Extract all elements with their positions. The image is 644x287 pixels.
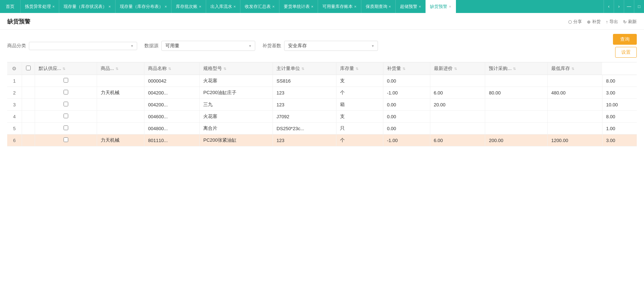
- tab-home[interactable]: 首页: [0, 0, 21, 13]
- tab-close-shortage[interactable]: ×: [449, 4, 451, 9]
- replenish-label: 补货基数: [262, 43, 281, 49]
- replenish-select[interactable]: 安全库存 ▾: [284, 41, 378, 51]
- tab-overstock[interactable]: 超储预警 ×: [396, 0, 426, 13]
- tab-pick-exception[interactable]: 拣货异常处理 ×: [21, 0, 59, 13]
- row-checkbox-cell-4[interactable]: [35, 123, 97, 134]
- row-forecast-4: [547, 123, 602, 134]
- row-checkbox-1[interactable]: [64, 90, 68, 94]
- export-icon: ↑: [606, 19, 608, 25]
- tab-goods-stats[interactable]: 要货单统计表 ×: [279, 0, 318, 13]
- tab-batch-account[interactable]: 库存批次账 ×: [171, 0, 206, 13]
- select-all-checkbox[interactable]: [26, 66, 31, 70]
- tab-shortage[interactable]: 缺货预警 ×: [426, 0, 456, 13]
- th-name[interactable]: 商品名称 ⇅: [144, 62, 200, 75]
- row-checkbox-cell-0[interactable]: [35, 75, 97, 87]
- th-stock[interactable]: 库存量 ⇅: [336, 62, 383, 75]
- replenish-icon: ⊕: [587, 19, 591, 25]
- export-action[interactable]: ↑ 导出: [606, 19, 618, 25]
- row-checkbox-cell-2[interactable]: [35, 99, 97, 111]
- row-checkbox-2[interactable]: [64, 102, 68, 106]
- row-checkbox-cell-1[interactable]: [35, 87, 97, 99]
- row-min-stock-2: 10.00: [602, 99, 637, 111]
- th-min-stock[interactable]: 最低库存 ⇅: [547, 62, 602, 75]
- th-supplier[interactable]: 默认供应... ⇅: [35, 62, 97, 75]
- tab-available-ledger[interactable]: 可用量库存账本 ×: [318, 0, 361, 13]
- settings-button[interactable]: 设置: [615, 47, 637, 58]
- table-row: 5 004800... 离合片 DS250*23c... 只 0.00 1.00: [7, 123, 637, 134]
- row-unit-2: 箱: [336, 99, 383, 111]
- min-stock-sort-icon: ⇅: [571, 67, 574, 71]
- query-button[interactable]: 查询: [613, 34, 637, 45]
- row-forecast-5: 1200.00: [547, 134, 602, 146]
- row-checkbox-cell-5[interactable]: [35, 134, 97, 146]
- tab-summary[interactable]: 收发存汇总表 ×: [240, 0, 279, 13]
- tab-scroll-left[interactable]: ‹: [604, 0, 614, 13]
- row-latest-price-3: [485, 111, 547, 123]
- share-action[interactable]: ⬡ 分享: [568, 19, 582, 25]
- tab-close-batch-account[interactable]: ×: [199, 4, 201, 9]
- tab-close-summary[interactable]: ×: [272, 4, 274, 9]
- tab-scroll-right[interactable]: ›: [614, 0, 624, 13]
- th-unit[interactable]: 主计量单位 ⇅: [273, 62, 336, 75]
- row-num-1: 2: [7, 87, 22, 99]
- replenish-action[interactable]: ⊕ 补货: [587, 19, 601, 25]
- row-num-2: 3: [7, 99, 22, 111]
- row-checkbox-3[interactable]: [64, 114, 68, 118]
- category-filter-group: 商品分类 ▾: [7, 42, 137, 50]
- row-min-stock-4: 1.00: [602, 123, 637, 134]
- row-name-2: 三九: [200, 99, 273, 111]
- row-stock-0: 0.00: [383, 75, 430, 87]
- th-code[interactable]: 商品... ⇅: [97, 62, 144, 75]
- row-unit-0: 支: [336, 75, 383, 87]
- th-latest-price-label: 最新进价: [434, 65, 453, 72]
- th-replenish[interactable]: 补货量 ⇅: [383, 62, 430, 75]
- row-supplier-2: [97, 99, 144, 111]
- row-checkbox-cell-3[interactable]: [35, 111, 97, 123]
- th-latest-price[interactable]: 最新进价 ⇅: [430, 62, 485, 75]
- tab-inventory-status[interactable]: 现存量（库存状况表） ×: [59, 0, 115, 13]
- refresh-action[interactable]: ↻ 刷新: [623, 19, 637, 25]
- row-name-5: PC200张紧油缸: [200, 134, 273, 146]
- row-checkbox-0[interactable]: [64, 78, 68, 83]
- tab-close-overstock[interactable]: ×: [419, 4, 421, 9]
- th-forecast[interactable]: 预计采购... ⇅: [485, 62, 547, 75]
- th-spec[interactable]: 规格型号 ⇅: [200, 62, 273, 75]
- row-stock-2: 0.00: [383, 99, 430, 111]
- row-stock-5: -1.00: [383, 134, 430, 146]
- row-forecast-0: [547, 75, 602, 87]
- category-label: 商品分类: [7, 43, 26, 49]
- tab-maximize[interactable]: □: [634, 0, 644, 13]
- replenish-filter-group: 补货基数 安全库存 ▾: [262, 41, 378, 51]
- tab-close-available-ledger[interactable]: ×: [354, 4, 356, 9]
- tab-minimize[interactable]: —: [624, 0, 634, 13]
- gear-icon[interactable]: ⚙: [12, 66, 17, 71]
- supplier-sort-icon: ⇅: [62, 67, 65, 71]
- row-forecast-2: [547, 99, 602, 111]
- tab-close-inventory-dist[interactable]: ×: [165, 4, 167, 9]
- row-spec-5: 123: [273, 134, 336, 146]
- tab-close-goods-stats[interactable]: ×: [311, 4, 313, 9]
- tab-inventory-dist[interactable]: 现存量（库存分布表） ×: [116, 0, 171, 13]
- tab-nav-btns: ‹ › — □: [604, 0, 644, 13]
- row-stock-3: 0.00: [383, 111, 430, 123]
- tab-close-expiry[interactable]: ×: [389, 4, 391, 9]
- row-code-1: 004200...: [144, 87, 200, 99]
- tab-close-flow[interactable]: ×: [234, 4, 236, 9]
- share-icon: ⬡: [568, 19, 572, 25]
- row-gear-0: [22, 75, 35, 87]
- tab-close-inventory-status[interactable]: ×: [108, 4, 110, 9]
- tab-expiry[interactable]: 保质期查询 ×: [361, 0, 396, 13]
- row-supplier-1: 力天机械: [97, 87, 144, 99]
- row-checkbox-4[interactable]: [64, 125, 68, 130]
- row-name-1: PC200油缸庄子: [200, 87, 273, 99]
- tab-flow[interactable]: 出入库流水 ×: [206, 0, 240, 13]
- tab-close-pick-exception[interactable]: ×: [52, 4, 55, 9]
- table-row: 4 004600... 火花塞 J7092 支 0.00 8.00: [7, 111, 637, 123]
- row-replenish-1: 6.00: [430, 87, 485, 99]
- page-header: 缺货预警 ⬡ 分享 ⊕ 补货 ↑ 导出 ↻ 刷新: [0, 13, 644, 30]
- row-supplier-3: [97, 111, 144, 123]
- row-code-0: 0000042: [144, 75, 200, 87]
- datasource-select[interactable]: 可用量 ▾: [161, 41, 255, 51]
- category-select[interactable]: ▾: [29, 42, 137, 50]
- row-checkbox-5[interactable]: [64, 137, 68, 142]
